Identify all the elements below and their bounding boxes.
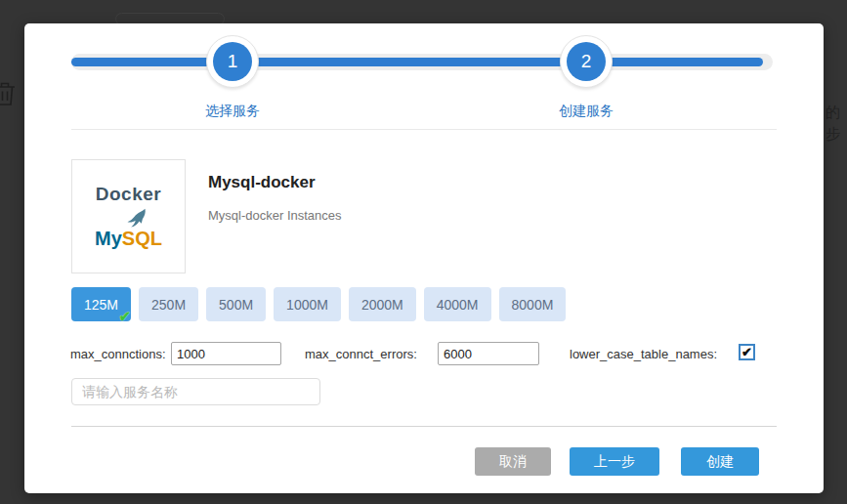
step-1-circle: 1: [206, 35, 259, 88]
create-service-dialog: 1 2 选择服务 创建服务 Docker MySQL Mysql-docker …: [24, 23, 824, 493]
mysql-dolphin-icon: [123, 207, 152, 230]
background-text-fragments: 的 步: [826, 102, 847, 145]
previous-step-button[interactable]: 上一步: [570, 447, 659, 476]
max-connect-errors-label: max_connct_errors:: [305, 347, 417, 361]
memory-options-row: 125M ✔ 250M 500M 1000M 2000M 4000M 8000M: [71, 287, 566, 321]
step-2-number: 2: [567, 42, 606, 81]
max-connections-label: max_connctions:: [70, 347, 166, 361]
service-logo: Docker MySQL: [71, 159, 186, 273]
stepper-divider: [71, 129, 777, 130]
selected-check-icon: ✔: [118, 308, 131, 325]
service-subtitle: Mysql-docker Instances: [208, 208, 342, 223]
memory-option-8000m[interactable]: 8000M: [499, 287, 567, 321]
memory-option-125m[interactable]: 125M ✔: [71, 287, 131, 321]
lower-case-table-names-label: lower_case_table_names:: [570, 347, 717, 361]
memory-option-500m[interactable]: 500M: [206, 287, 266, 321]
mysql-logo-sql: SQL: [122, 228, 162, 249]
step-2-circle: 2: [560, 35, 613, 88]
memory-option-1000m[interactable]: 1000M: [274, 287, 341, 321]
memory-option-label: 125M: [84, 297, 118, 313]
service-name-input[interactable]: [71, 378, 320, 405]
memory-option-250m[interactable]: 250M: [139, 287, 198, 321]
memory-option-4000m[interactable]: 4000M: [424, 287, 491, 321]
background-text-line: 步: [826, 123, 847, 145]
mysql-logo-my: My: [95, 228, 122, 249]
stepper-progress-bar: [71, 58, 763, 66]
max-connect-errors-input[interactable]: [438, 342, 539, 365]
trash-icon: [0, 81, 17, 106]
service-title: Mysql-docker: [208, 173, 316, 192]
background-text-line: 的: [826, 102, 847, 123]
cancel-button[interactable]: 取消: [475, 447, 551, 476]
step-1-label: 选择服务: [164, 103, 301, 120]
step-1-number: 1: [213, 42, 252, 81]
create-button[interactable]: 创建: [681, 447, 759, 476]
footer-divider: [71, 426, 777, 427]
lower-case-table-names-checkbox[interactable]: ✔: [739, 344, 755, 360]
mysql-logo-text: MySQL: [95, 228, 162, 250]
step-2-label: 创建服务: [518, 103, 655, 120]
memory-option-2000m[interactable]: 2000M: [349, 287, 416, 321]
max-connections-input[interactable]: [171, 342, 281, 365]
docker-logo-text: Docker: [96, 184, 161, 205]
